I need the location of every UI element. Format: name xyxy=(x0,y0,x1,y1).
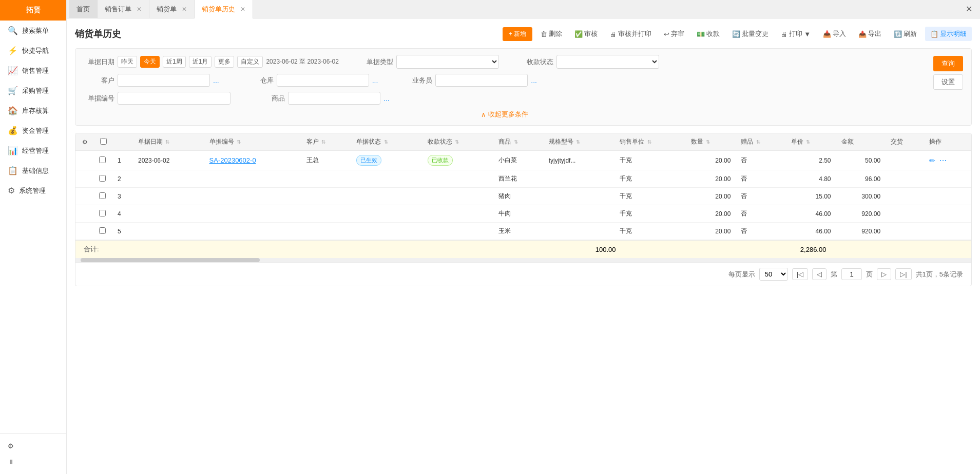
th-unit-price[interactable]: 单价 ⇅ xyxy=(786,133,836,151)
filter-warehouse: 仓库 ... xyxy=(243,74,378,87)
business-input[interactable] xyxy=(435,74,528,87)
warehouse-ellipsis-btn[interactable]: ... xyxy=(372,76,378,85)
th-check[interactable] xyxy=(94,133,112,151)
audit-button[interactable]: ✅ 审核 xyxy=(570,27,602,41)
th-spec[interactable]: 规格型号 ⇅ xyxy=(544,133,614,151)
delete-button[interactable]: 🗑 删除 xyxy=(536,27,566,41)
td-check[interactable] xyxy=(94,188,112,205)
td-check[interactable] xyxy=(94,205,112,223)
print-dropdown-icon: ▼ xyxy=(804,30,811,38)
sidebar-item-search-menu[interactable]: 🔍 搜索菜单 xyxy=(0,21,66,41)
doc-no-link[interactable]: SA-20230602-0 xyxy=(209,156,256,164)
show-detail-button[interactable]: 📋 显示明细 xyxy=(925,27,972,41)
sidebar-item-quick-nav[interactable]: ⚡ 快捷导航 xyxy=(0,41,66,61)
query-button[interactable]: 查询 xyxy=(933,56,963,71)
doc-no-input[interactable] xyxy=(118,92,230,105)
tab-sales-history[interactable]: 销货单历史 ✕ xyxy=(195,0,253,18)
business-ellipsis-btn[interactable]: ... xyxy=(531,76,537,85)
tab-sales-delivery[interactable]: 销货单 ✕ xyxy=(149,0,195,18)
sidebar-item-basic-info[interactable]: 📋 基础信息 xyxy=(0,161,66,181)
th-sales-unit[interactable]: 销售单位 ⇅ xyxy=(614,133,685,151)
tab-sales-order[interactable]: 销售订单 ✕ xyxy=(98,0,149,18)
date-btn-last-month[interactable]: 近1月 xyxy=(189,56,212,68)
filter-business: 业务员 ... xyxy=(401,74,537,87)
prev-page-btn[interactable]: ◁ xyxy=(812,268,827,280)
tab-sales-delivery-close[interactable]: ✕ xyxy=(182,6,187,13)
summary-values: 100.00 2,286.00 xyxy=(109,246,963,253)
tab-sales-order-close[interactable]: ✕ xyxy=(137,6,142,13)
audit-print-button[interactable]: 🖨 审核并打印 xyxy=(606,27,656,41)
sidebar-item-sales-mgmt[interactable]: 📈 销售管理 xyxy=(0,61,66,81)
sidebar-item-purchase-mgmt[interactable]: 🛒 采购管理 xyxy=(0,81,66,101)
row-checkbox[interactable] xyxy=(99,210,106,216)
tab-home[interactable]: 首页 xyxy=(69,0,98,18)
date-btn-yesterday[interactable]: 昨天 xyxy=(118,56,137,68)
new-button[interactable]: + 新增 xyxy=(503,27,532,41)
th-settings[interactable]: ⚙ xyxy=(75,133,94,151)
th-goods[interactable]: 商品 ⇅ xyxy=(493,133,544,151)
row-checkbox[interactable] xyxy=(99,227,106,234)
goods-ellipsis-btn[interactable]: ... xyxy=(383,94,390,103)
row-checkbox[interactable] xyxy=(99,175,106,182)
date-btn-last7[interactable]: 近1周 xyxy=(163,56,186,68)
date-btn-today[interactable]: 今天 xyxy=(140,56,160,68)
import-button[interactable]: 📥 导入 xyxy=(819,27,850,41)
edit-icon[interactable]: ✏ xyxy=(929,156,935,165)
refresh-button[interactable]: 🔃 刷新 xyxy=(890,27,921,41)
customer-label: 客户 xyxy=(84,76,114,85)
td-check[interactable] xyxy=(94,151,112,170)
page-input[interactable]: 1 xyxy=(841,268,862,280)
goods-input[interactable] xyxy=(288,92,380,105)
th-doc-no[interactable]: 单据编号 ⇅ xyxy=(204,133,301,151)
th-customer[interactable]: 客户 ⇅ xyxy=(301,133,352,151)
sidebar-settings-btn[interactable]: ⚙ xyxy=(0,438,66,454)
date-btn-custom[interactable]: 自定义 xyxy=(237,56,263,68)
td-check[interactable] xyxy=(94,223,112,240)
page-size-select[interactable]: 50100200 xyxy=(759,268,788,281)
customer-input[interactable] xyxy=(118,74,210,87)
discard-button[interactable]: ↩ 弃审 xyxy=(660,27,688,41)
sidebar-item-system-mgmt[interactable]: ⚙ 系统管理 xyxy=(0,181,66,201)
last-page-btn[interactable]: ▷| xyxy=(895,268,911,280)
sidebar-label-sales-mgmt: 销售管理 xyxy=(22,66,49,75)
th-doc-status[interactable]: 单据状态 ⇅ xyxy=(351,133,422,151)
sidebar-item-inventory[interactable]: 🏠 库存核算 xyxy=(0,101,66,121)
row-checkbox[interactable] xyxy=(99,156,106,163)
td-unit-price: 15.00 xyxy=(786,188,836,205)
td-settings xyxy=(75,170,94,188)
batch-change-button[interactable]: 🔄 批量变更 xyxy=(728,27,773,41)
th-qty[interactable]: 数量 ⇅ xyxy=(686,133,736,151)
sidebar-item-ops-mgmt[interactable]: 📊 经营管理 xyxy=(0,141,66,161)
sidebar-label-basic-info: 基础信息 xyxy=(22,166,49,175)
print-button[interactable]: 🖨 打印 ▼ xyxy=(777,27,815,41)
filter-collapse[interactable]: ∧ 收起更多条件 xyxy=(84,110,925,119)
filter-settings-button[interactable]: 设置 xyxy=(933,74,963,90)
th-doc-date[interactable]: 单据日期 ⇅ xyxy=(133,133,204,151)
tab-sales-history-close[interactable]: ✕ xyxy=(240,6,245,13)
window-close-btn[interactable]: ✕ xyxy=(960,4,977,14)
th-gift[interactable]: 赠品 ⇅ xyxy=(736,133,786,151)
sidebar-pause-btn[interactable]: ⏸ xyxy=(0,454,66,470)
warehouse-input[interactable] xyxy=(277,74,369,87)
date-btn-more[interactable]: 更多 xyxy=(215,56,234,68)
customer-sort-icon: ⇅ xyxy=(321,139,325,145)
refresh-icon: 🔃 xyxy=(894,30,902,38)
collect-button[interactable]: 💵 收款 xyxy=(693,27,724,41)
more-icon[interactable]: ⋯ xyxy=(939,156,947,165)
tab-sales-history-label: 销货单历史 xyxy=(202,5,235,14)
first-page-btn[interactable]: |◁ xyxy=(792,268,808,280)
export-button[interactable]: 📤 导出 xyxy=(854,27,886,41)
sidebar-item-finance-mgmt[interactable]: 💰 资金管理 xyxy=(0,121,66,141)
next-page-btn[interactable]: ▷ xyxy=(877,268,891,280)
td-spec: tyjyjtyjdf... xyxy=(544,151,614,170)
sidebar-label-inventory: 库存核算 xyxy=(22,106,49,115)
th-amount: 金额 xyxy=(836,133,886,151)
doc-type-select[interactable] xyxy=(396,55,499,69)
td-check[interactable] xyxy=(94,170,112,188)
row-checkbox[interactable] xyxy=(99,192,106,199)
collect-status-select[interactable] xyxy=(556,55,659,69)
customer-ellipsis-btn[interactable]: ... xyxy=(213,76,219,85)
select-all-checkbox[interactable] xyxy=(100,138,107,145)
horizontal-scrollbar[interactable] xyxy=(75,258,971,262)
th-collect-status[interactable]: 收款状态 ⇅ xyxy=(422,133,493,151)
